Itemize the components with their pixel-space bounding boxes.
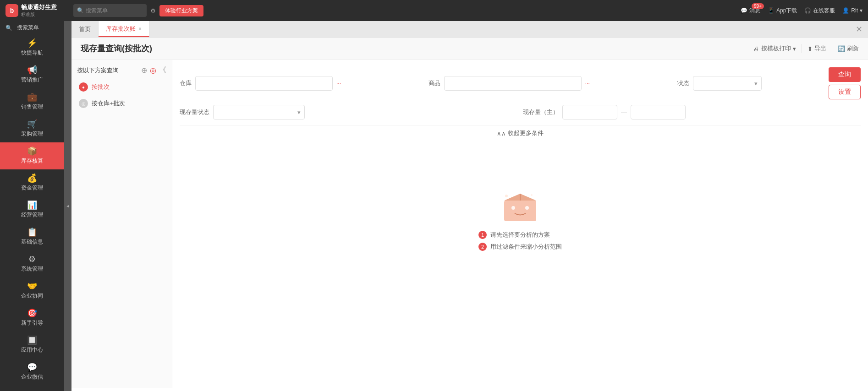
query-btn[interactable]: 查询 (829, 67, 861, 82)
split-layout: 按以下方案查询 ⊕ ◎ 《 ● 按批次 ◎ 按仓库+批次 (71, 60, 868, 388)
marketing-label: 营销推广 (21, 76, 43, 84)
warehouse-input[interactable] (195, 76, 333, 91)
sidebar-item-marketing[interactable]: 📢 营销推广 (0, 61, 64, 88)
goods-filter-group: 商品 ··· (429, 76, 672, 91)
sidebar-item-wechat[interactable]: 💬 企业微信 (0, 358, 64, 386)
add-plan-icon[interactable]: ⊕ (141, 66, 147, 75)
sidebar-item-sales[interactable]: 💼 销售管理 (0, 88, 64, 115)
sidebar-item-finance[interactable]: 💰 资金管理 (0, 169, 64, 196)
system-label: 系统管理 (21, 265, 43, 273)
sidebar-item-guide[interactable]: 🎯 新手引导 (0, 304, 64, 331)
search-menu-label: 搜索菜单 (17, 24, 39, 32)
enterprise-icon: 🤝 (27, 282, 37, 290)
shortcut-label: 快捷导航 (21, 49, 43, 57)
finance-label: 资金管理 (21, 184, 43, 192)
sidebar-item-search[interactable]: 🔍 搜索菜单 (0, 21, 64, 34)
warehouse-more[interactable]: ··· (336, 80, 341, 87)
basics-icon: 📋 (27, 228, 37, 236)
sidebar-item-basics[interactable]: 📋 基础信息 (0, 223, 64, 250)
collapse-label: 收起更多条件 (508, 129, 544, 137)
empty-step-2: 2 用过滤条件来缩小分析范围 (478, 243, 562, 251)
svg-point-6 (531, 194, 533, 196)
batch-plan-label: 按批次 (92, 83, 110, 91)
empty-steps: 1 请先选择要分析的方案 2 用过滤条件来缩小分析范围 (478, 231, 562, 251)
filter-row-1: 仓库 ··· 商品 ··· 状态 (180, 67, 861, 99)
batch-plan-icon: ● (79, 82, 88, 92)
wechat-label: 企业微信 (21, 373, 43, 381)
home-tab-label: 首页 (79, 25, 91, 33)
left-panel-title: 按以下方案查询 (77, 66, 119, 75)
tab-close-icon[interactable]: × (138, 26, 142, 32)
header-search[interactable]: 🔍 搜索菜单 (73, 4, 147, 17)
app-download-item[interactable]: 📱 App下载 (768, 7, 797, 15)
search-icon: 🔍 (77, 7, 84, 14)
inventory-label: 库存核算 (21, 157, 43, 165)
export-btn[interactable]: ⬆ 导出 (808, 44, 826, 53)
shortcut-icon: ⚡ (27, 39, 37, 47)
stock-qty-max[interactable] (631, 105, 686, 119)
panel-item-batch[interactable]: ● 按批次 (71, 79, 172, 95)
message-item[interactable]: 💬 消息 99+ (741, 7, 760, 15)
settings-plan-icon[interactable]: ◎ (150, 66, 156, 75)
sidebar-item-purchase[interactable]: 🛒 采购管理 (0, 115, 64, 142)
search-placeholder: 搜索菜单 (86, 7, 108, 15)
online-service-item[interactable]: 🎧 在线客服 (804, 7, 835, 15)
goods-label: 商品 (429, 79, 440, 87)
collapse-panel-icon[interactable]: 《 (159, 65, 166, 75)
status-label: 状态 (677, 79, 689, 87)
main-layout: 🔍 搜索菜单 ⚡ 快捷导航 📢 营销推广 💼 销售管理 🛒 采购管理 📦 (0, 21, 868, 391)
stock-status-select[interactable]: ▾ (213, 105, 305, 119)
step-2-num: 2 (478, 243, 487, 251)
print-icon: 🖨 (753, 45, 759, 52)
scroll-up-icon: ▲ (66, 204, 71, 208)
user-name: Rit (851, 7, 858, 14)
sidebar-item-shortcut[interactable]: ⚡ 快捷导航 (0, 34, 64, 61)
panel-item-warehouse-batch[interactable]: ◎ 按仓库+批次 (71, 95, 172, 112)
filter-row-2: 现存量状态 ▾ 现存量（主） — (180, 105, 861, 119)
step-1-text: 请先选择要分析的方案 (490, 231, 550, 239)
sidebar-container: 🔍 搜索菜单 ⚡ 快捷导航 📢 营销推广 💼 销售管理 🛒 采购管理 📦 (0, 21, 71, 391)
sidebar-item-enterprise[interactable]: 🤝 企业协同 (0, 277, 64, 304)
empty-step-1: 1 请先选择要分析的方案 (478, 231, 562, 239)
stock-status-group: 现存量状态 ▾ (180, 105, 517, 119)
user-avatar-icon: 👤 (842, 7, 849, 14)
tab-batch[interactable]: 库存批次账 × (99, 21, 149, 37)
print-label: 按模板打印 (761, 44, 791, 53)
system-icon: ⚙ (28, 255, 36, 263)
print-btn[interactable]: 🖨 按模板打印 ▾ (753, 44, 796, 53)
sidebar-item-system[interactable]: ⚙ 系统管理 (0, 250, 64, 277)
status-select[interactable]: ▾ (693, 76, 762, 91)
online-service-label: 在线客服 (813, 7, 835, 15)
top-header: b 畅康通好生意 标准版 🔍 搜索菜单 ⚙ 体验行业方案 💬 消息 99+ 📱 … (0, 0, 868, 21)
sidebar-item-apps[interactable]: 🔲 应用中心 (0, 331, 64, 358)
sidebar-scroll[interactable]: ▲ (64, 21, 71, 391)
settings-icon[interactable]: ⚙ (150, 7, 156, 14)
right-panel: 仓库 ··· 商品 ··· 状态 (172, 60, 868, 388)
warehouse-batch-label: 按仓库+批次 (92, 99, 125, 108)
settings-btn[interactable]: 设置 (829, 85, 861, 99)
goods-more[interactable]: ··· (585, 80, 590, 87)
trial-btn[interactable]: 体验行业方案 (159, 5, 203, 16)
inventory-icon: 📦 (27, 147, 37, 155)
tab-panel-close-icon[interactable]: ✕ (850, 24, 868, 34)
stock-qty-group: 现存量（主） — (523, 105, 861, 119)
search-icon: 🔍 (5, 25, 12, 31)
apps-icon: 🔲 (27, 336, 37, 344)
tab-home[interactable]: 首页 (71, 21, 99, 37)
export-icon: ⬆ (808, 45, 813, 52)
user-item[interactable]: 👤 Rit ▾ (842, 7, 863, 14)
page-content: 现存量查询(按批次) 🖨 按模板打印 ▾ ⬆ 导出 🔄 (71, 38, 868, 391)
page-header: 现存量查询(按批次) 🖨 按模板打印 ▾ ⬆ 导出 🔄 (71, 38, 868, 60)
svg-point-4 (525, 206, 529, 210)
refresh-btn[interactable]: 🔄 刷新 (838, 44, 859, 53)
print-dropdown-icon: ▾ (793, 45, 796, 52)
refresh-icon: 🔄 (838, 45, 845, 52)
goods-input[interactable] (444, 76, 582, 91)
sidebar-item-vip[interactable]: V 畅会员 (0, 386, 64, 391)
step-1-num: 1 (478, 231, 487, 239)
sidebar-item-operations[interactable]: 📊 经营管理 (0, 196, 64, 223)
collapse-row[interactable]: ∧∧ 收起更多条件 (180, 125, 861, 141)
operations-icon: 📊 (27, 201, 37, 209)
stock-qty-min[interactable] (562, 105, 617, 119)
sidebar-item-inventory[interactable]: 📦 库存核算 (0, 142, 64, 169)
